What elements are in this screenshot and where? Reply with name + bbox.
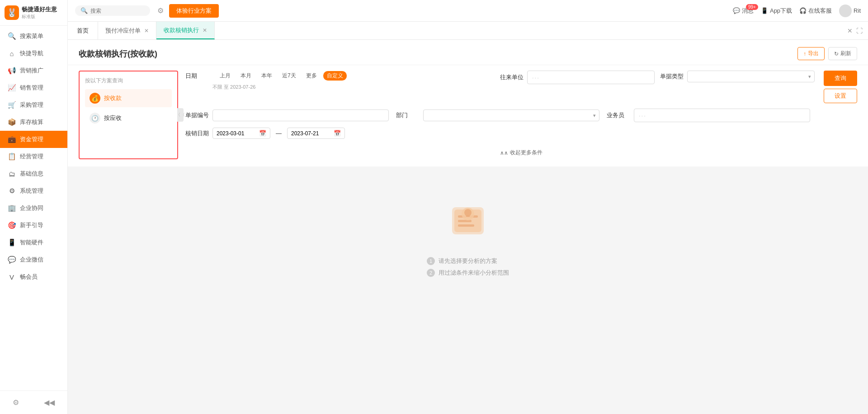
- sidebar-item-enterprise[interactable]: 🏢企业协同: [0, 200, 67, 217]
- sidebar-item-quick[interactable]: ⌂快捷导航: [0, 45, 67, 62]
- sidebar-item-marketing[interactable]: 📢营销推广: [0, 62, 67, 79]
- bill-no-input[interactable]: [212, 109, 389, 121]
- sidebar-label-sales: 销售管理: [20, 84, 43, 92]
- search-box[interactable]: 🔍: [75, 5, 150, 16]
- bill-type-field: 单据类型: [660, 71, 815, 82]
- tab-prepay-close[interactable]: ✕: [144, 28, 149, 34]
- date-this-month[interactable]: 本月: [237, 71, 255, 81]
- gear-icon[interactable]: ⚙: [157, 6, 164, 15]
- sidebar-label-basic: 基础信息: [20, 170, 43, 178]
- tab-actions: ✕ ⛶: [842, 22, 868, 39]
- tab-close-all-icon[interactable]: ✕: [847, 27, 853, 34]
- date-range-separator: —: [276, 130, 282, 137]
- collapse-more-btn[interactable]: ∧∧ 收起更多条件: [185, 146, 857, 159]
- logo-icon: 🐰: [5, 5, 19, 20]
- basic-icon: 🗂: [7, 170, 16, 178]
- date-last-month[interactable]: 上月: [216, 71, 234, 81]
- date-more[interactable]: 更多: [302, 71, 321, 81]
- app-download-label: App下载: [770, 7, 792, 15]
- quick-icon: ⌂: [7, 50, 16, 57]
- search-input[interactable]: [90, 8, 145, 14]
- counterpart-label: 往来单位: [500, 73, 524, 81]
- content-area: 收款核销执行(按收款) ↑ 导出 ↻ 刷新 按以下方案查询 💰 按收款: [68, 40, 868, 414]
- filter-option-by-receivable[interactable]: 🕐 按应收: [85, 109, 172, 127]
- newbie-icon: 🎯: [7, 221, 16, 229]
- sidebar-label-inventory: 库存核算: [20, 118, 43, 126]
- setting-button[interactable]: 设置: [824, 89, 857, 103]
- tabbar: 首页 预付冲应付单 ✕ 收款核销执行 ✕ ✕ ⛶: [68, 22, 868, 40]
- verify-date-end[interactable]: [291, 130, 332, 137]
- collapse-left-btn[interactable]: 〈〈: [177, 108, 184, 122]
- message-badge: 99+: [746, 4, 758, 10]
- filter-row-verify-date: 核销日期 📅 — 📅: [185, 128, 857, 139]
- sidebar-label-marketing: 营销推广: [20, 67, 43, 75]
- date-note: 不限 至 2023-07-26: [212, 84, 495, 90]
- online-service-link[interactable]: 🎧 在线客服: [799, 7, 832, 15]
- filter-row-date: 日期 上月 本月 本年 近7天 更多 自定义: [185, 71, 495, 81]
- tab-receipt-close[interactable]: ✕: [203, 27, 207, 33]
- bill-type-select[interactable]: [687, 71, 815, 82]
- empty-line2: 用过滤条件来缩小分析范围: [439, 267, 509, 279]
- calendar-end-icon[interactable]: 📅: [334, 130, 341, 137]
- sidebar-item-wechat[interactable]: 💬企业微信: [0, 251, 67, 268]
- date-7days[interactable]: 近7天: [278, 71, 300, 81]
- filter-option-by-receipt[interactable]: 💰 按收款: [85, 89, 172, 107]
- counterpart-input[interactable]: ···: [527, 71, 655, 84]
- empty-line1: 请先选择要分析的方案: [439, 255, 497, 267]
- user-name-label[interactable]: Rit: [839, 5, 861, 17]
- sales-icon: 📈: [7, 84, 16, 92]
- sales-input[interactable]: ···: [634, 109, 810, 122]
- svg-rect-4: [458, 224, 474, 227]
- sidebar-item-purchase[interactable]: 🛒采购管理: [0, 96, 67, 114]
- message-link[interactable]: 💬 消息 99+: [733, 7, 754, 15]
- tab-home[interactable]: 首页: [68, 22, 98, 39]
- sidebar-item-member[interactable]: V畅会员: [0, 268, 67, 286]
- export-button[interactable]: ↑ 导出: [797, 47, 825, 60]
- sidebar-label-newbie: 新手引导: [20, 221, 43, 229]
- page-title: 收款核销执行(按收款): [79, 48, 157, 59]
- sidebar-label-wechat: 企业微信: [20, 256, 43, 264]
- sidebar-item-hardware[interactable]: 📱智能硬件: [0, 234, 67, 251]
- sidebar-item-search[interactable]: 🔍搜索菜单: [0, 28, 67, 45]
- sidebar-label-search: 搜索菜单: [20, 32, 43, 40]
- app-download-icon: 📱: [761, 7, 768, 14]
- collapse-sidebar-icon[interactable]: ◀◀: [41, 395, 57, 409]
- app-logo: 🐰 畅捷通好生意 标准版: [0, 0, 67, 26]
- filter-scheme-selector: 按以下方案查询 💰 按收款 🕐 按应收 〈〈: [79, 71, 178, 159]
- receivable-icon: 🕐: [90, 113, 100, 124]
- tab-receipt[interactable]: 收款核销执行 ✕: [156, 22, 215, 39]
- tab-receipt-label: 收款核销执行: [164, 26, 199, 34]
- sidebar-item-sales[interactable]: 📈销售管理: [0, 79, 67, 96]
- sidebar-item-basic[interactable]: 🗂基础信息: [0, 165, 67, 182]
- tab-spacer: [215, 22, 842, 39]
- calendar-start-icon[interactable]: 📅: [259, 130, 266, 137]
- empty-text: 1 请先选择要分析的方案 2 用过滤条件来缩小分析范围: [427, 255, 509, 279]
- empty-step2: 2 用过滤条件来缩小分析范围: [427, 267, 509, 279]
- settings-bottom-icon[interactable]: ⚙: [10, 395, 22, 409]
- date-custom-tag[interactable]: 自定义: [323, 71, 347, 81]
- empty-state: 1 请先选择要分析的方案 2 用过滤条件来缩小分析范围: [68, 167, 868, 297]
- tab-prepay[interactable]: 预付冲应付单 ✕: [98, 22, 156, 39]
- service-icon: 🎧: [799, 7, 807, 14]
- sidebar-item-inventory[interactable]: 📦库存核算: [0, 114, 67, 131]
- query-button[interactable]: 查询: [824, 71, 857, 86]
- filter-panel: 按以下方案查询 💰 按收款 🕐 按应收 〈〈 日期: [68, 65, 868, 167]
- tab-expand-icon[interactable]: ⛶: [856, 27, 863, 34]
- bill-no-field: 单据编号: [185, 109, 389, 121]
- search-icon: 🔍: [80, 7, 88, 14]
- verify-date-start[interactable]: [217, 130, 257, 137]
- sales-label: 业务员: [607, 111, 630, 119]
- filter-action-buttons: 查询 设置: [824, 71, 857, 103]
- date-this-year[interactable]: 本年: [258, 71, 276, 81]
- refresh-button[interactable]: ↻ 刷新: [828, 47, 857, 60]
- sidebar-item-finance[interactable]: 💼资金管理: [0, 131, 67, 148]
- sidebar-item-operation[interactable]: 📋经营管理: [0, 148, 67, 165]
- verify-date-end-wrap: 📅: [287, 128, 345, 139]
- app-download-link[interactable]: 📱 App下载: [761, 7, 792, 15]
- sidebar-label-member: 畅会员: [20, 273, 38, 281]
- verify-date-field: 核销日期 📅 — 📅: [185, 128, 857, 139]
- sidebar-item-newbie[interactable]: 🎯新手引导: [0, 217, 67, 234]
- sidebar-item-system[interactable]: ⚙系统管理: [0, 182, 67, 200]
- dept-select[interactable]: [423, 109, 599, 121]
- industry-btn[interactable]: 体验行业方案: [169, 4, 219, 18]
